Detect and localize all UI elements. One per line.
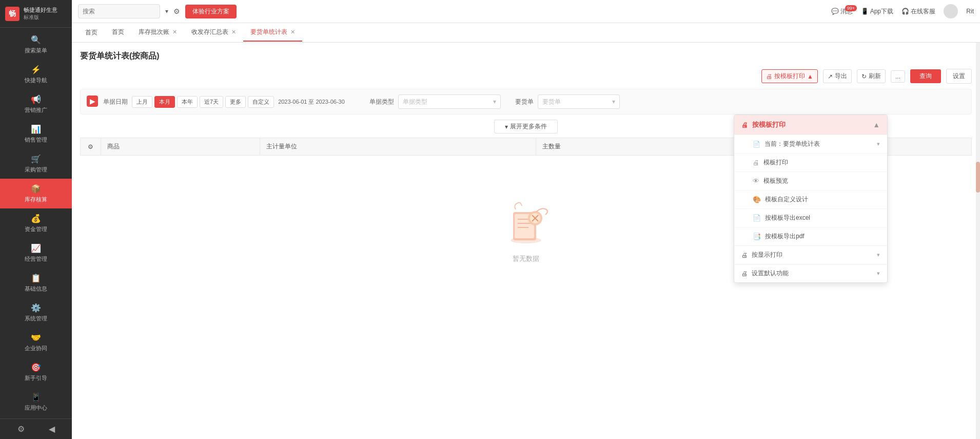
- sidebar-item-sales-mgmt[interactable]: 📊销售管理: [0, 119, 72, 149]
- sidebar-item-app-center[interactable]: 📱应用中心: [0, 387, 72, 417]
- sidebar-label-quick-nav: 快捷导航: [25, 77, 47, 84]
- print-dropdown-title: 按模板打印: [752, 120, 786, 129]
- print-item-template-print[interactable]: 🖨模板打印: [734, 153, 887, 171]
- audio-icon[interactable]: ◀: [49, 424, 55, 434]
- tab-collect-summary[interactable]: 收发存汇总表 ✕: [184, 24, 243, 42]
- logo-text: 畅捷通好生意 标准版: [24, 6, 57, 21]
- group-arrow-display-print[interactable]: ▾: [877, 252, 880, 258]
- sidebar-label-app-center: 应用中心: [25, 404, 47, 412]
- print-icon: 🖨: [741, 121, 748, 129]
- print-group-set-default[interactable]: 🖨设置默认功能▾: [734, 264, 887, 282]
- sidebar-icon-operation-mgmt: 📈: [31, 243, 41, 253]
- print-item-template-export-excel[interactable]: 📄按模板导出excel: [734, 208, 887, 227]
- print-item-template-custom[interactable]: 🎨模板自定义设计: [734, 190, 887, 208]
- print-item-icon-template-print: 🖨: [753, 159, 759, 166]
- sidebar-item-search-menu[interactable]: 🔍搜索菜单: [0, 30, 72, 60]
- tab-label-collect-summary: 收发存汇总表: [191, 28, 228, 36]
- tab-home[interactable]: 首页: [105, 24, 131, 42]
- col-header-settings-col: ⚙: [81, 138, 101, 156]
- tab-bar: 首页 首页库存批次账 ✕收发存汇总表 ✕要货单统计表 ✕: [72, 23, 980, 43]
- current-template-item[interactable]: 📄 当前：要货单统计表 ▾: [734, 135, 887, 153]
- sidebar-icon-quick-nav: ⚡: [31, 65, 41, 74]
- sidebar-item-beginner-guide[interactable]: 🎯新手引导: [0, 357, 72, 387]
- topbar-right: 💬 消息 99+ 📱 App下载 🎧 在线客服 Rit: [831, 4, 974, 18]
- app-download-link[interactable]: 📱 App下载: [861, 7, 893, 16]
- print-item-label-template-export-pdf: 按模板导出pdf: [765, 232, 805, 241]
- sidebar-icon-enterprise-collab: 🤝: [31, 333, 41, 342]
- tab-home[interactable]: 首页: [78, 24, 105, 41]
- tab-inventory-batch[interactable]: 库存批次账 ✕: [131, 24, 184, 42]
- print-item-icon-template-export-excel: 📄: [753, 214, 761, 222]
- print-dropdown-collapse[interactable]: ▲: [873, 121, 880, 129]
- settings-icon[interactable]: ⚙: [17, 424, 25, 434]
- tab-close-order-summary[interactable]: ✕: [290, 29, 295, 35]
- print-item-template-export-pdf[interactable]: 📑按模板导出pdf: [734, 227, 887, 245]
- date-btn-近7天[interactable]: 近7天: [200, 96, 223, 108]
- print-dropdown-header[interactable]: 🖨 按模板打印 ▲: [734, 115, 887, 135]
- app-logo: 畅 畅捷通好生意 标准版: [0, 0, 72, 28]
- print-item-icon-template-preview: 👁: [753, 177, 759, 185]
- query-button[interactable]: 查询: [910, 69, 941, 83]
- content-toolbar: 🖨 按模板打印 ▲ ↗ 导出 ↻ 刷新 ... 查询 设置: [80, 69, 972, 84]
- sidebar-item-marketing[interactable]: 📢营销推广: [0, 89, 72, 119]
- date-btn-更多[interactable]: 更多: [225, 96, 246, 108]
- right-scrollbar[interactable]: [976, 43, 980, 439]
- sidebar-label-inventory-calc: 库存核算: [25, 196, 47, 203]
- tab-close-collect-summary[interactable]: ✕: [231, 29, 236, 35]
- filter-expand-icon[interactable]: ▶: [87, 96, 98, 107]
- sidebar-item-system-mgmt[interactable]: ⚙️系统管理: [0, 298, 72, 328]
- type-filter-select[interactable]: 单据类型 ▾: [398, 94, 501, 109]
- topbar-gear-icon[interactable]: ⚙: [173, 7, 180, 15]
- col-header-qty: 主数量: [536, 138, 734, 156]
- col-header-unit: 主计量单位: [260, 138, 536, 156]
- refresh-button[interactable]: ↻ 刷新: [857, 69, 886, 83]
- yh-filter-label: 要货单: [515, 98, 534, 106]
- current-template-arrow[interactable]: ▾: [877, 141, 880, 147]
- tab-order-summary[interactable]: 要货单统计表 ✕: [243, 24, 302, 42]
- tab-label-home: 首页: [112, 28, 124, 36]
- sidebar-item-enterprise-collab[interactable]: 🤝企业协同: [0, 328, 72, 357]
- empty-icon: [500, 197, 552, 248]
- tab-close-inventory-batch[interactable]: ✕: [172, 29, 177, 35]
- topbar: ▾ ⚙ 体验行业方案 💬 消息 99+ 📱 App下载 🎧 在线客服 Rit: [72, 0, 980, 23]
- sidebar-item-operation-mgmt[interactable]: 📈经营管理: [0, 238, 72, 268]
- scrollbar-thumb[interactable]: [976, 162, 980, 193]
- print-item-template-preview[interactable]: 👁模板预览: [734, 171, 887, 190]
- sidebar-icon-marketing: 📢: [31, 94, 41, 104]
- group-icon-set-default: 🖨: [741, 270, 748, 277]
- sidebar-item-purchase-mgmt[interactable]: 🛒采购管理: [0, 149, 72, 179]
- username-label: Rit: [966, 8, 974, 15]
- sidebar-item-basic-info[interactable]: 📋基础信息: [0, 268, 72, 298]
- sidebar-nav: 🔍搜索菜单⚡快捷导航📢营销推广📊销售管理🛒采购管理📦库存核算💰资金管理📈经营管理…: [0, 28, 72, 418]
- print-template-button[interactable]: 🖨 按模板打印 ▲: [761, 69, 818, 83]
- sidebar-label-sales-mgmt: 销售管理: [25, 136, 47, 144]
- sidebar-label-beginner-guide: 新手引导: [25, 374, 47, 382]
- topbar-dropdown-arrow[interactable]: ▾: [165, 8, 168, 15]
- print-item-icon-template-custom: 🎨: [753, 196, 761, 203]
- date-btn-自定义[interactable]: 自定义: [248, 96, 274, 108]
- group-label-set-default: 设置默认功能: [752, 269, 789, 278]
- user-avatar[interactable]: [944, 4, 958, 18]
- content-area: 要货单统计表(按商品) 🖨 按模板打印 ▲ ↗ 导出 ↻ 刷新 ... 查询 设…: [72, 43, 980, 439]
- sidebar-label-marketing: 营销推广: [25, 106, 47, 114]
- export-button[interactable]: ↗ 导出: [823, 69, 852, 83]
- empty-text: 暂无数据: [513, 254, 539, 263]
- more-button[interactable]: ...: [891, 70, 905, 83]
- sidebar-item-quick-nav[interactable]: ⚡快捷导航: [0, 60, 72, 89]
- print-item-label-template-preview: 模板预览: [763, 177, 788, 185]
- yh-filter-select[interactable]: 要货单 ▾: [538, 94, 620, 109]
- online-service-link[interactable]: 🎧 在线客服: [901, 7, 935, 16]
- sidebar-item-finance-mgmt[interactable]: 💰资金管理: [0, 208, 72, 238]
- expand-more-button[interactable]: ▾ 展开更多条件: [494, 120, 558, 133]
- settings-button[interactable]: 设置: [946, 69, 972, 84]
- message-badge-container[interactable]: 💬 消息 99+: [831, 7, 853, 16]
- group-arrow-set-default[interactable]: ▾: [877, 270, 880, 277]
- search-input[interactable]: [78, 4, 160, 18]
- print-group-display-print[interactable]: 🖨按显示打印▾: [734, 245, 887, 264]
- date-btn-上月[interactable]: 上月: [132, 96, 152, 108]
- date-btn-本年[interactable]: 本年: [177, 96, 198, 108]
- print-item-label-template-print: 模板打印: [763, 158, 788, 167]
- sidebar-item-inventory-calc[interactable]: 📦库存核算: [0, 179, 72, 208]
- date-btn-本月[interactable]: 本月: [154, 96, 175, 108]
- trial-industry-button[interactable]: 体验行业方案: [185, 5, 237, 18]
